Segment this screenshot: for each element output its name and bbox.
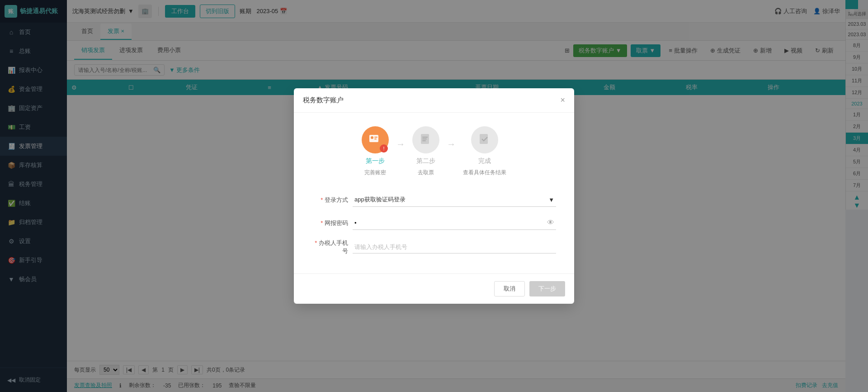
- next-btn[interactable]: 下一步: [529, 281, 565, 296]
- step-1-icon: !: [362, 126, 389, 153]
- svg-point-1: [371, 136, 373, 139]
- step-1-desc: 完善账密: [364, 169, 386, 177]
- dialog-header: 税务数字账户 ×: [294, 88, 574, 113]
- dialog-close-btn[interactable]: ×: [560, 96, 565, 105]
- svg-rect-0: [369, 135, 378, 142]
- phone-input[interactable]: [353, 241, 556, 253]
- password-input[interactable]: [354, 220, 547, 226]
- password-field-wrap: 👁: [353, 216, 556, 230]
- login-method-select[interactable]: app获取验证码登录 ▼: [353, 193, 556, 207]
- phone-row: 办税人手机号: [312, 239, 556, 255]
- svg-rect-6: [422, 139, 427, 139]
- eye-toggle-icon[interactable]: 👁: [547, 219, 554, 227]
- step-2-icon: [412, 126, 439, 153]
- dialog-title: 税务数字账户: [303, 96, 344, 105]
- modal-overlay: 税务数字账户 × ! 第一步: [0, 0, 868, 392]
- login-method-label: 登录方式: [312, 196, 353, 204]
- login-method-value: app获取验证码登录: [354, 196, 406, 204]
- svg-rect-8: [480, 134, 488, 144]
- phone-label: 办税人手机号: [312, 239, 353, 255]
- dialog-body: ! 第一步 完善账密 → 第: [294, 113, 574, 273]
- steps-indicator: ! 第一步 完善账密 → 第: [312, 126, 556, 177]
- step-1-label: 第一步: [366, 157, 385, 165]
- login-method-row: 登录方式 app获取验证码登录 ▼: [312, 193, 556, 207]
- step-1: ! 第一步 完善账密: [362, 126, 389, 177]
- tax-digital-account-dialog: 税务数字账户 × ! 第一步: [294, 88, 574, 304]
- step-3: 完成 查看具体任务结果: [463, 126, 506, 177]
- password-label: 网报密码: [312, 219, 353, 227]
- arrow-2: →: [447, 139, 456, 149]
- svg-rect-2: [374, 137, 377, 138]
- step-2: 第二步 去取票: [412, 126, 439, 177]
- step-2-desc: 去取票: [418, 169, 434, 177]
- arrow-1: →: [396, 139, 405, 149]
- step-2-label: 第二步: [416, 157, 435, 165]
- step-1-badge: !: [380, 144, 388, 153]
- step-3-desc: 查看具体任务结果: [463, 169, 506, 177]
- dialog-footer: 取消 下一步: [294, 273, 574, 304]
- select-chevron-icon: ▼: [548, 196, 554, 203]
- step-3-icon: [471, 126, 498, 153]
- svg-rect-5: [422, 137, 428, 138]
- cancel-btn[interactable]: 取消: [494, 281, 525, 296]
- password-row: 网报密码 👁: [312, 216, 556, 230]
- step-3-label: 完成: [478, 157, 491, 165]
- svg-rect-7: [422, 140, 426, 141]
- svg-rect-3: [374, 139, 377, 139]
